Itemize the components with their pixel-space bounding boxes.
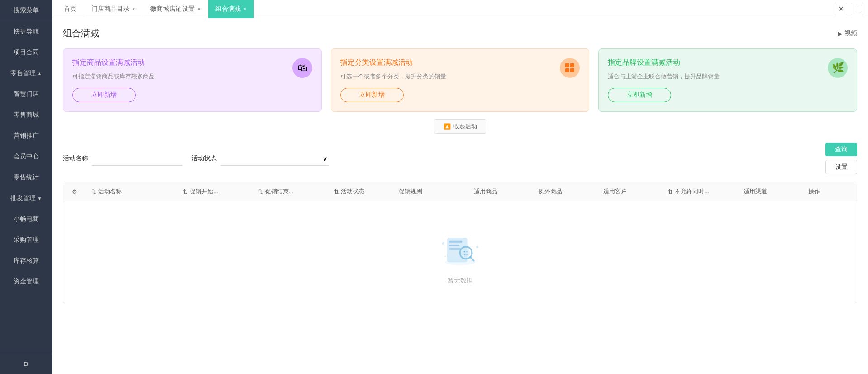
sidebar-item-label: 库存核算 <box>14 257 39 264</box>
chevron-down-icon: ∨ <box>323 155 327 162</box>
tab-wechat-store-settings[interactable]: 微商城店铺设置 × <box>143 0 208 18</box>
th-promo-end[interactable]: ⇅ 促销结束... <box>253 187 329 196</box>
filter-name-item: 活动名称 <box>63 151 182 166</box>
close-window-btn[interactable]: ✕ <box>835 3 847 15</box>
gear-icon: ⚙ <box>23 360 29 368</box>
svg-rect-3 <box>570 68 574 72</box>
video-link[interactable]: ▶ 视频 <box>838 29 857 38</box>
th-activity-status[interactable]: ⇅ 活动状态 <box>329 187 393 196</box>
sidebar-item-retail-mgmt[interactable]: 零售管理 ▲ <box>0 63 52 84</box>
sidebar-settings-btn[interactable]: ⚙ <box>0 354 52 374</box>
svg-point-14 <box>442 242 444 245</box>
sidebar-item-label: 采购管理 <box>14 236 39 243</box>
sidebar-item-marketing[interactable]: 营销推广 <box>0 125 52 146</box>
sidebar-item-label: 零售统计 <box>14 173 39 181</box>
svg-point-12 <box>463 251 465 252</box>
filter-status-label: 活动状态 <box>191 154 217 163</box>
sidebar-item-xiaowei-ecom[interactable]: 小畅电商 <box>0 209 52 230</box>
svg-point-10 <box>462 249 470 257</box>
svg-rect-7 <box>449 245 459 246</box>
sort-icon: ⇅ <box>91 188 96 195</box>
data-table: ⚙ ⇅ 活动名称 ⇅ 促销开始... ⇅ 促销结束... ⇅ 活动状态 <box>63 182 857 303</box>
tab-combo-discount[interactable]: 组合满减 × <box>208 0 254 18</box>
empty-text: 暂无数据 <box>448 277 473 285</box>
tab-label: 门店商品目录 <box>91 5 129 13</box>
sidebar-search[interactable]: 搜索菜单 <box>0 0 52 21</box>
add-category-promo-button[interactable]: 立即新增 <box>340 88 404 102</box>
filter-actions: 查询 设置 <box>825 143 857 174</box>
sidebar-item-smart-store[interactable]: 智慧门店 <box>0 84 52 105</box>
sidebar-item-member-center[interactable]: 会员中心 <box>0 146 52 167</box>
svg-point-15 <box>476 246 478 248</box>
svg-rect-8 <box>449 248 461 249</box>
th-activity-name[interactable]: ⇅ 活动名称 <box>86 187 177 196</box>
close-icon[interactable]: × <box>197 6 200 12</box>
card-icon-brand: 🌿 <box>828 58 848 78</box>
svg-rect-0 <box>565 63 569 67</box>
content-area: 组合满减 ▶ 视频 🛍 指定商品设置满减活动 可指定滞销商品或库存较多商品 立即… <box>52 18 868 374</box>
tab-store-catalog[interactable]: 门店商品目录 × <box>84 0 143 18</box>
sidebar-item-label: 零售商城 <box>14 111 39 118</box>
sort-icon: ⇅ <box>258 188 263 195</box>
filter-row: 活动名称 活动状态 ∨ 查询 设置 <box>63 143 857 174</box>
sidebar-item-retail-mall[interactable]: 零售商城 <box>0 105 52 125</box>
sidebar-item-purchase-mgmt[interactable]: 采购管理 <box>0 230 52 250</box>
query-button[interactable]: 查询 <box>825 143 857 156</box>
card-title-category: 指定分类设置满减活动 <box>340 58 580 67</box>
th-promo-start[interactable]: ⇅ 促销开始... <box>177 187 253 196</box>
card-desc-goods: 可指定滞销商品或库存较多商品 <box>72 72 312 82</box>
sidebar-item-finance-mgmt[interactable]: 资金管理 <box>0 271 52 292</box>
th-applicable-channel: 适用渠道 <box>738 187 803 196</box>
sidebar-item-quick-nav[interactable]: 快捷导航 <box>0 21 52 42</box>
maximize-window-btn[interactable]: □ <box>851 3 863 15</box>
tab-label: 微商城店铺设置 <box>150 5 195 13</box>
th-label: 适用渠道 <box>744 187 767 196</box>
collapse-bar: 🔼 收起活动 <box>63 119 857 134</box>
sidebar-item-inventory[interactable]: 库存核算 <box>0 250 52 271</box>
promo-card-specify-category: 指定分类设置满减活动 可选一个或者多个分类，提升分类的销量 立即新增 <box>331 48 590 112</box>
page-header: 组合满减 ▶ 视频 <box>63 27 857 39</box>
page-title: 组合满减 <box>63 27 99 39</box>
sidebar-item-label: 营销推广 <box>14 132 39 139</box>
card-icon-goods: 🛍 <box>292 58 312 78</box>
tab-home[interactable]: 首页 <box>57 0 84 18</box>
filter-name-input[interactable] <box>92 151 182 166</box>
sidebar-item-label: 资金管理 <box>14 278 39 285</box>
sidebar-item-wholesale-mgmt[interactable]: 批发管理 ▼ <box>0 188 52 209</box>
sidebar-item-retail-stats[interactable]: 零售统计 <box>0 167 52 188</box>
th-label: 活动状态 <box>341 187 364 196</box>
th-not-same-time[interactable]: ⇅ 不允许同时... <box>663 187 738 196</box>
svg-rect-6 <box>449 241 462 243</box>
chevron-down-icon: ▼ <box>38 196 42 201</box>
grid-icon <box>564 62 575 73</box>
sidebar-item-label: 批发管理 <box>10 194 36 202</box>
card-title-brand: 指定品牌设置满减活动 <box>608 58 848 67</box>
sort-icon: ⇅ <box>334 188 339 195</box>
empty-state: 暂无数据 <box>63 201 857 303</box>
main-area: 首页 门店商品目录 × 微商城店铺设置 × 组合满减 × ✕ □ 组合满减 ▶ … <box>52 0 868 374</box>
card-desc-brand: 适合与上游企业联合做营销，提升品牌销量 <box>608 72 848 82</box>
sidebar-item-label: 小畅电商 <box>14 215 39 222</box>
cards-row: 🛍 指定商品设置满减活动 可指定滞销商品或库存较多商品 立即新增 指定分类设置满… <box>63 48 857 112</box>
tab-label: 组合满减 <box>215 5 241 13</box>
sidebar-item-label: 零售管理 <box>10 69 36 77</box>
chevron-up-icon: ▲ <box>38 71 42 76</box>
th-settings[interactable]: ⚙ <box>63 188 86 195</box>
th-promo-rule: 促销规则 <box>393 187 469 196</box>
th-label: 操作 <box>808 187 820 196</box>
th-label: 不允许同时... <box>675 187 709 196</box>
sidebar-item-project-contract[interactable]: 项目合同 <box>0 42 52 63</box>
add-goods-promo-button[interactable]: 立即新增 <box>72 88 136 102</box>
collapse-activities-button[interactable]: 🔼 收起活动 <box>434 119 486 134</box>
th-applicable-goods: 适用商品 <box>468 187 533 196</box>
th-except-goods: 例外商品 <box>533 187 598 196</box>
close-icon[interactable]: × <box>132 6 135 12</box>
close-icon[interactable]: × <box>243 6 247 12</box>
svg-point-16 <box>444 256 446 257</box>
th-label: 促销结束... <box>265 187 294 196</box>
sidebar-item-label: 快捷导航 <box>14 28 39 35</box>
add-brand-promo-button[interactable]: 立即新增 <box>608 88 671 102</box>
settings-button[interactable]: 设置 <box>825 160 857 174</box>
filter-status-select[interactable]: ∨ <box>220 151 329 166</box>
sidebar-item-label: 会员中心 <box>14 153 39 160</box>
